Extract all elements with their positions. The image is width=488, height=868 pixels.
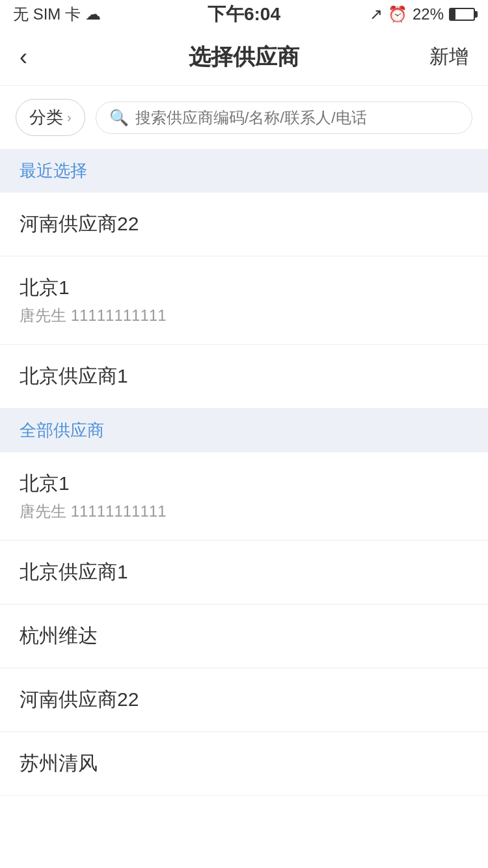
- item-name: 苏州清风: [20, 750, 468, 777]
- search-box[interactable]: 🔍: [96, 102, 472, 134]
- nav-bar: ‹ 选择供应商 新增: [0, 29, 488, 86]
- item-name: 河南供应商22: [20, 686, 468, 713]
- battery-percent: 22%: [413, 5, 444, 23]
- item-name: 杭州维达: [20, 623, 468, 649]
- recent-section-header: 最近选择: [0, 149, 488, 193]
- item-detail: 唐先生 11111111111: [20, 305, 468, 326]
- back-button[interactable]: ‹: [20, 44, 59, 71]
- recent-list: 河南供应商22北京1唐先生 11111111111北京供应商1: [0, 193, 488, 409]
- item-name: 河南供应商22: [20, 211, 468, 237]
- location-icon: ↗: [370, 5, 383, 23]
- chevron-right-icon: ›: [67, 110, 72, 125]
- item-name: 北京供应商1: [20, 559, 468, 586]
- battery-icon: [449, 8, 475, 21]
- filter-bar: 分类 › 🔍: [0, 86, 488, 149]
- list-item[interactable]: 杭州维达: [0, 604, 488, 668]
- search-input[interactable]: [135, 109, 459, 127]
- alarm-icon: ⏰: [388, 5, 407, 23]
- list-item[interactable]: 苏州清风: [0, 732, 488, 796]
- category-button[interactable]: 分类 ›: [16, 99, 85, 136]
- category-label: 分类: [29, 106, 63, 129]
- status-left: 无 SIM 卡 ☁: [13, 4, 101, 25]
- page-title: 选择供应商: [189, 42, 299, 72]
- sim-label: 无 SIM 卡 ☁: [13, 4, 101, 25]
- item-name: 北京1: [20, 275, 468, 301]
- all-section-label: 全部供应商: [20, 420, 104, 440]
- search-icon: 🔍: [109, 109, 129, 127]
- status-right: ↗ ⏰ 22%: [370, 5, 475, 23]
- item-name: 北京供应商1: [20, 363, 468, 390]
- list-item[interactable]: 北京供应商1: [0, 345, 488, 409]
- recent-section-label: 最近选择: [20, 161, 87, 180]
- add-button[interactable]: 新增: [429, 44, 468, 70]
- item-name: 北京1: [20, 470, 468, 497]
- list-item[interactable]: 北京1唐先生 11111111111: [0, 256, 488, 345]
- status-time: 下午6:04: [208, 2, 280, 27]
- status-bar: 无 SIM 卡 ☁ 下午6:04 ↗ ⏰ 22%: [0, 0, 488, 29]
- all-list: 北京1唐先生 11111111111北京供应商1杭州维达河南供应商22苏州清风: [0, 452, 488, 796]
- list-item[interactable]: 河南供应商22: [0, 668, 488, 732]
- item-detail: 唐先生 11111111111: [20, 501, 468, 522]
- list-item[interactable]: 北京供应商1: [0, 541, 488, 604]
- list-item[interactable]: 河南供应商22: [0, 193, 488, 256]
- all-section-header: 全部供应商: [0, 409, 488, 452]
- list-item[interactable]: 北京1唐先生 11111111111: [0, 452, 488, 541]
